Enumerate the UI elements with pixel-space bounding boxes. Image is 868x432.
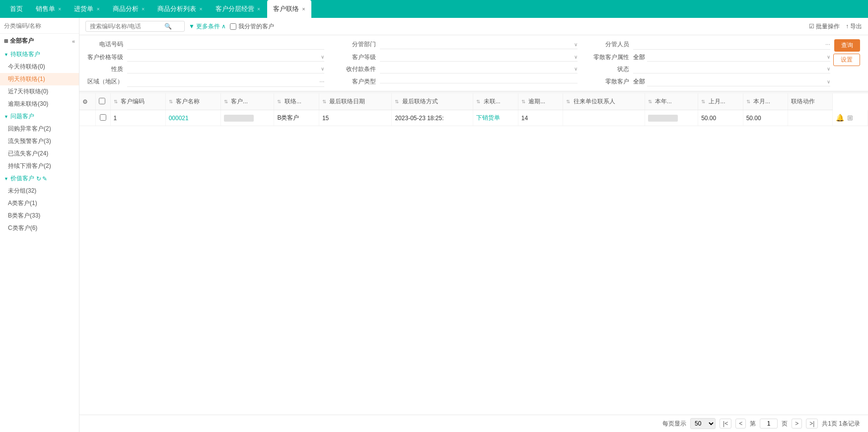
filter-manager-select[interactable]: ··· (633, 39, 830, 50)
nav-customer-contact[interactable]: 客户联络 × (267, 0, 311, 18)
filter-price-grade: 客户价格等级 ∨ (87, 53, 324, 62)
nav-product-analysis[interactable]: 商品分析 × (107, 0, 150, 18)
sidebar-group-problem[interactable]: 问题客户 (0, 110, 79, 123)
nav-home[interactable]: 首页 (4, 0, 29, 18)
th-contact-person: 往来单位联系人 (563, 93, 645, 110)
filter-customer-type-select[interactable] (380, 80, 577, 83)
page-size-select[interactable]: 50 100 200 (690, 418, 716, 429)
sort-type-icon (224, 98, 229, 105)
row-checkbox[interactable] (100, 114, 106, 121)
sidebar-item-class-c[interactable]: C类客户(6) (0, 222, 79, 234)
dept-chevron-icon: ∨ (574, 42, 578, 47)
nav-product-analysis-close[interactable]: × (142, 6, 145, 12)
filter-row-3: 性质 ∨ 收付款条件 ∨ (87, 65, 830, 73)
query-button[interactable]: 查询 (834, 39, 860, 52)
sidebar-search-area: 🔍 (0, 18, 79, 34)
reset-button[interactable]: 设置 (833, 54, 860, 66)
filter-dept-select[interactable]: ∨ (380, 40, 577, 49)
nav-purchase-order[interactable]: 进货单 × (68, 0, 105, 18)
sidebar-item-7days[interactable]: 近7天待联络(0) (0, 85, 79, 98)
sidebar-item-tomorrow[interactable]: 明天待联络(1) (0, 73, 79, 85)
nav-purchase-order-close[interactable]: × (96, 6, 99, 12)
nav-customer-tiered[interactable]: 客户分层经营 × (210, 0, 266, 18)
refresh-icon[interactable]: ↻ (36, 175, 41, 182)
filter-panel: 电话号码 分管部门 ∨ 分管人员 (79, 35, 868, 91)
filter-customer-grade-select[interactable]: ∨ (380, 53, 577, 62)
row-code[interactable]: 000021 (165, 110, 220, 126)
sidebar-item-ungrouped[interactable]: 未分组(32) (0, 185, 79, 197)
my-customers-checkbox[interactable] (230, 23, 236, 30)
sidebar-group-value[interactable]: 价值客户 ↻ ✎ (0, 172, 79, 185)
search-icon[interactable]: 🔍 (164, 23, 172, 30)
sidebar-item-abnormal[interactable]: 回购异常客户(2) (0, 123, 79, 135)
sort-last-contact-method-icon (395, 98, 400, 105)
sidebar-item-overdue[interactable]: 逾期未联络(30) (0, 98, 79, 110)
prev-page-btn[interactable]: < (735, 419, 746, 429)
th-type: 客户... (220, 93, 274, 110)
first-page-btn[interactable]: |< (720, 419, 731, 429)
search-input[interactable] (90, 23, 164, 30)
nav-sales-order-close[interactable]: × (58, 6, 61, 12)
sidebar-item-churn-warn[interactable]: 流失预警客户(3) (0, 135, 79, 147)
contact-action-icon[interactable]: 🔔 (836, 114, 844, 122)
nav-product-analysis-list-close[interactable]: × (199, 6, 202, 12)
customer-grade-chevron-icon: ∨ (574, 54, 578, 60)
payment-chevron-icon: ∨ (574, 66, 578, 72)
row-check (95, 110, 110, 126)
export-btn[interactable]: ↑ 导出 (846, 22, 862, 31)
sidebar-item-declining[interactable]: 持续下滑客户(2) (0, 160, 79, 172)
my-customers-check[interactable]: 我分管的客户 (230, 22, 274, 31)
status-chevron-icon: ∨ (827, 66, 830, 72)
table-row: 1 000021 Ea B类客户 15 2023-05-23 18:25: 下销… (79, 110, 868, 126)
row-last-contact-method[interactable]: 下销货单 (473, 110, 518, 126)
nav-customer-tiered-close[interactable]: × (257, 6, 260, 12)
row-contact-count: 15 (319, 110, 392, 126)
export-icon: ↑ (846, 23, 849, 30)
filter-payment: 收付款条件 ∨ (340, 65, 577, 73)
sort-this-year-icon (648, 98, 653, 105)
toolbar: 🔍 ▼ 更多条件 ∧ 我分管的客户 ☑ 批量操作 ↑ 导出 (79, 18, 868, 35)
filter-region-select[interactable]: ··· (127, 76, 324, 87)
gear-icon[interactable]: ⚙ (82, 98, 88, 105)
gender-chevron-icon: ∨ (321, 66, 324, 72)
filter-retail-attr-select[interactable]: ∨ (647, 53, 830, 62)
row-type: B类客户 (274, 110, 319, 126)
filter-dept: 分管部门 ∨ (340, 40, 577, 49)
filter-price-grade-select[interactable]: ∨ (127, 53, 324, 62)
top-nav: 首页 销售单 × 进货单 × 商品分析 × 商品分析列表 × 客户分层经营 × … (0, 0, 868, 18)
sidebar-item-class-b[interactable]: B类客户(33) (0, 210, 79, 222)
filter-status-select[interactable]: ∨ (633, 65, 830, 73)
sidebar-item-churned[interactable]: 已流失客户(24) (0, 147, 79, 160)
filter-payment-select[interactable]: ∨ (380, 65, 577, 73)
action-buttons: 查询 设置 (830, 39, 860, 66)
row-uncontacted: 14 (518, 110, 563, 126)
sidebar-all-customers[interactable]: ⊞ 全部客户 « (0, 34, 79, 48)
th-last-contact-method: 最后联络方式 (392, 93, 473, 110)
region-dots-icon: ··· (319, 78, 324, 85)
sort-this-month-icon (746, 98, 752, 105)
page-input[interactable] (760, 419, 778, 429)
checkbox-icon: ☑ (809, 23, 814, 30)
filter-retail-customer-select[interactable]: ∨ (647, 77, 830, 86)
sidebar-item-class-a[interactable]: A类客户(1) (0, 197, 79, 210)
row-overdue (563, 110, 645, 126)
edit-icon[interactable]: ✎ (42, 175, 47, 182)
sidebar-search-input[interactable] (4, 22, 78, 29)
more-action-icon[interactable]: ⊞ (847, 114, 853, 122)
th-uncontacted: 未联... (473, 93, 518, 110)
sidebar-group-pending[interactable]: 待联络客户 (0, 48, 79, 61)
more-filters-btn[interactable]: ▼ 更多条件 ∧ (189, 22, 226, 31)
nav-customer-contact-close[interactable]: × (302, 6, 305, 12)
grid-icon: ⊞ (4, 38, 8, 44)
select-all-checkbox[interactable] (99, 98, 105, 104)
filter-phone-input[interactable] (127, 39, 324, 50)
filter-gender-select[interactable]: ∨ (127, 65, 324, 73)
batch-op-btn[interactable]: ☑ 批量操作 (809, 22, 840, 31)
last-page-btn[interactable]: >| (806, 419, 818, 429)
sidebar-item-today[interactable]: 今天待联络(0) (0, 61, 79, 73)
filter-phone: 电话号码 (87, 39, 324, 50)
nav-product-analysis-list[interactable]: 商品分析列表 × (151, 0, 208, 18)
filter-gender: 性质 ∨ (87, 65, 324, 73)
next-page-btn[interactable]: > (792, 419, 802, 429)
nav-sales-order[interactable]: 销售单 × (30, 0, 67, 18)
